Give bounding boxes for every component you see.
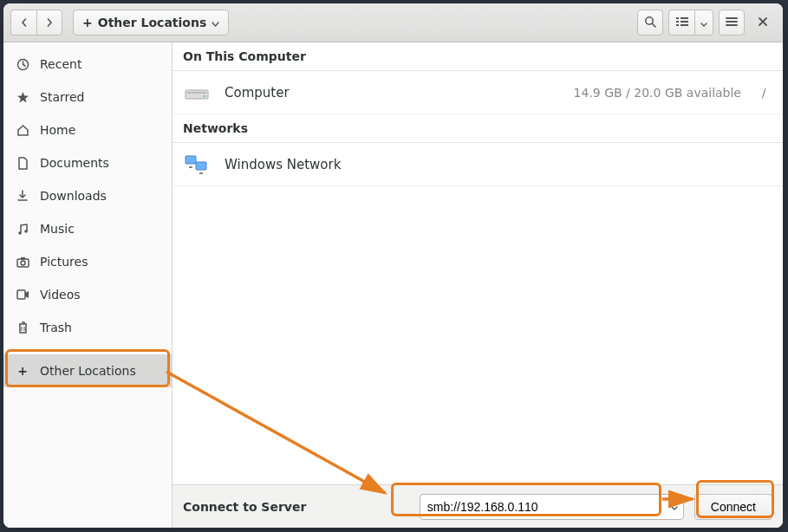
search-button[interactable] (637, 10, 663, 36)
video-icon (16, 288, 29, 302)
list-icon (676, 16, 688, 29)
svg-line-1 (652, 23, 655, 27)
sidebar-item-music[interactable]: Music (3, 212, 172, 245)
sidebar: Recent Starred Home Documents (3, 42, 173, 528)
sidebar-item-label: Recent (40, 57, 81, 71)
hamburger-menu-button[interactable] (719, 10, 745, 36)
sidebar-item-recent[interactable]: Recent (3, 48, 172, 81)
drive-icon (183, 83, 211, 102)
row-computer[interactable]: Computer 14.9 GB / 20.0 GB available / (173, 71, 783, 114)
row-label: Windows Network (225, 157, 341, 172)
hamburger-icon (726, 16, 738, 29)
svg-point-17 (21, 261, 25, 265)
close-button[interactable] (750, 10, 776, 36)
download-icon (16, 189, 29, 203)
svg-rect-22 (186, 90, 208, 99)
sidebar-item-label: Downloads (40, 189, 107, 203)
sidebar-item-downloads[interactable]: Downloads (3, 179, 172, 212)
main-panel: On This Computer Computer 14.9 GB / 20.0… (173, 42, 783, 528)
path-label: Other Locations (98, 16, 207, 29)
trash-icon (16, 321, 29, 334)
connect-label: Connect to Server (183, 500, 306, 514)
section-header-computer: On This Computer (173, 42, 783, 71)
network-icon (183, 154, 211, 175)
plus-icon: + (82, 16, 93, 29)
svg-rect-7 (681, 24, 688, 26)
music-icon (16, 222, 29, 236)
sidebar-item-trash[interactable]: Trash (3, 311, 172, 344)
sidebar-item-label: Home (40, 123, 75, 137)
svg-point-24 (204, 94, 205, 96)
sidebar-item-videos[interactable]: Videos (3, 278, 172, 311)
star-icon (16, 90, 29, 104)
connect-button[interactable]: Connect (694, 494, 772, 520)
search-icon (644, 16, 656, 30)
sidebar-item-home[interactable]: Home (3, 114, 172, 146)
row-windows-network[interactable]: Windows Network (173, 143, 783, 186)
sidebar-item-label: Trash (40, 321, 72, 334)
svg-rect-5 (681, 21, 688, 23)
plus-icon: + (16, 364, 29, 378)
sidebar-item-label: Documents (40, 156, 109, 170)
svg-point-14 (18, 231, 22, 235)
svg-rect-25 (186, 156, 196, 164)
dropdown-icon[interactable] (670, 499, 679, 514)
svg-rect-6 (676, 24, 679, 26)
sidebar-item-other-locations[interactable]: + Other Locations (3, 354, 172, 387)
chevron-right-icon (45, 16, 54, 29)
sidebar-item-documents[interactable]: Documents (3, 146, 172, 179)
clock-icon (16, 57, 29, 71)
headerbar: + Other Locations (3, 3, 783, 42)
chevron-down-icon (700, 16, 707, 29)
svg-rect-28 (199, 172, 203, 174)
row-info: 14.9 GB / 20.0 GB available (574, 86, 741, 100)
view-dropdown-button[interactable] (694, 10, 713, 36)
svg-rect-2 (676, 17, 679, 19)
sidebar-item-label: Music (40, 222, 75, 236)
svg-point-15 (24, 230, 28, 233)
section-header-networks: Networks (173, 114, 783, 143)
sidebar-item-label: Videos (40, 288, 81, 302)
sidebar-item-label: Starred (40, 90, 84, 104)
connect-bar: Connect to Server Connect (173, 484, 783, 528)
server-address-input[interactable] (420, 494, 684, 520)
server-address-field-wrapper (420, 494, 684, 520)
document-icon (16, 156, 29, 170)
svg-rect-26 (196, 162, 206, 170)
svg-rect-27 (189, 166, 192, 168)
sidebar-item-pictures[interactable]: Pictures (3, 245, 172, 278)
back-button[interactable] (10, 10, 36, 36)
svg-rect-23 (187, 92, 206, 94)
forward-button[interactable] (36, 10, 62, 36)
nav-buttons (10, 10, 62, 36)
chevron-down-icon (212, 16, 219, 29)
sidebar-item-starred[interactable]: Starred (3, 81, 172, 114)
path-bar[interactable]: + Other Locations (73, 10, 229, 36)
svg-rect-3 (681, 17, 688, 19)
svg-rect-18 (21, 257, 25, 260)
sidebar-item-label: Other Locations (40, 364, 136, 378)
list-view-button[interactable] (668, 10, 694, 36)
row-label: Computer (225, 85, 290, 101)
svg-rect-4 (676, 21, 679, 23)
close-icon (758, 16, 768, 29)
sidebar-item-label: Pictures (40, 255, 88, 269)
svg-rect-19 (17, 290, 25, 299)
view-buttons (668, 10, 713, 36)
camera-icon (16, 255, 29, 269)
chevron-left-icon (20, 16, 29, 29)
row-mount: / (755, 86, 772, 100)
home-icon (16, 123, 29, 137)
